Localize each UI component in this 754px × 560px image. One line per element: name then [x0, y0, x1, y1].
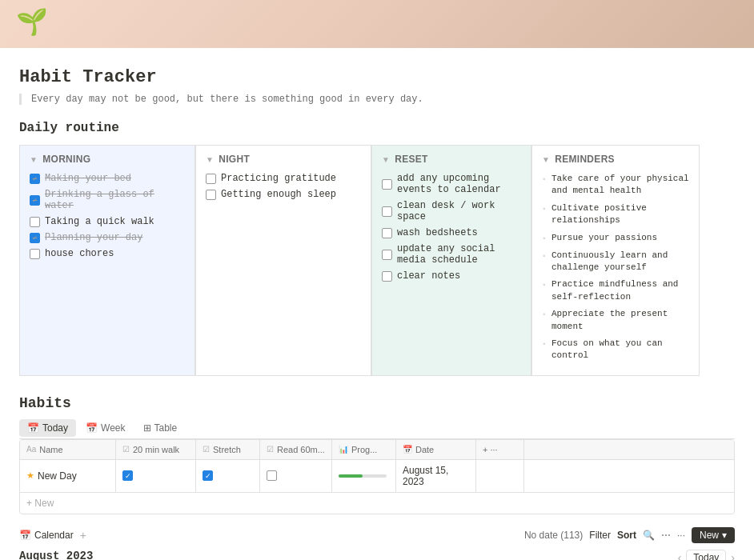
reset-arrow: ▼ [382, 155, 390, 164]
row-progress [332, 460, 396, 492]
star-icon: ★ [26, 470, 34, 481]
table-header: Aa Name ☑ 20 min walk ☑ Stretch ☑ Read 6… [20, 440, 734, 460]
reminder-2: ◦ Cultivate positive relationships [542, 202, 689, 227]
reminder-7: ◦ Focus on what you can control [542, 338, 689, 362]
month-nav: August 2023 ‹ Today › [19, 550, 735, 560]
reset-item-1[interactable]: add any upcoming events to calendar [382, 173, 521, 195]
morning-item-1[interactable]: ✓ Making your bed [30, 173, 185, 184]
row-date: August 15, 2023 [396, 460, 476, 492]
reminders-header: ▼ Reminders [542, 154, 689, 165]
daily-routine-title: Daily routine [19, 121, 735, 135]
reset-column: ▼ Reset add any upcoming events to calen… [371, 145, 531, 376]
reset-check-2[interactable] [382, 206, 392, 217]
morning-column: ▼ Morning ✓ Making your bed ✓ Drinking a… [19, 145, 195, 376]
morning-check-4[interactable]: ✓ [30, 233, 40, 243]
row-stretch[interactable]: ✓ [196, 460, 260, 492]
reminders-column: ▼ Reminders ◦ Take care of your physical… [531, 145, 700, 376]
page-title: Habit Tracker [19, 67, 735, 87]
reminder-3: ◦ Pursue your passions [542, 232, 689, 245]
reset-item-3[interactable]: wash bedsheets [382, 227, 521, 238]
calendar-controls: No date (113) Filter Sort 🔍 ⋯ ··· New ▾ [524, 527, 735, 543]
tab-table[interactable]: ⊞ Table [135, 419, 186, 437]
reminder-4: ◦ Continuously learn and challenge yours… [542, 250, 689, 274]
today-button[interactable]: Today [686, 550, 726, 560]
morning-item-5[interactable]: house chores [30, 248, 185, 259]
reset-item-5[interactable]: clear notes [382, 270, 521, 282]
reset-check-5[interactable] [382, 271, 392, 282]
night-item-1[interactable]: Practicing gratitude [206, 173, 361, 184]
night-column: ▼ Night Practicing gratitude Getting eno… [195, 145, 371, 376]
calendar-tab[interactable]: 📅 Calendar [19, 530, 74, 541]
calendar-header: 📅 Calendar + No date (113) Filter Sort 🔍… [19, 527, 735, 543]
plant-icon: 🌱 [16, 6, 48, 37]
reminders-arrow: ▼ [542, 155, 550, 164]
read-checkbox[interactable] [267, 470, 277, 481]
reset-header: ▼ Reset [382, 154, 521, 165]
table-row: ★ New Day ✓ ✓ August 15, 2023 [20, 460, 734, 493]
morning-check-1[interactable]: ✓ [30, 174, 40, 184]
row-extra [476, 460, 524, 492]
walk-checkbox[interactable]: ✓ [122, 470, 133, 481]
reminder-5: ◦ Practice mindfulness and self-reflecti… [542, 278, 689, 303]
calendar-tab-area: 📅 Calendar + [19, 529, 86, 542]
reset-check-3[interactable] [382, 228, 392, 238]
progress-fill [339, 474, 363, 478]
morning-item-2[interactable]: ✓ Drinking a glass of water [30, 189, 185, 211]
col-stretch: ☑ Stretch [196, 440, 260, 459]
reset-check-4[interactable] [382, 250, 392, 260]
sort-button[interactable]: Sort [617, 530, 636, 541]
reminder-6: ◦ Appreciate the present moment [542, 308, 689, 333]
morning-item-3[interactable]: Taking a quick walk [30, 216, 185, 227]
col-name: Aa Name [20, 440, 116, 459]
calendar-section: 📅 Calendar + No date (113) Filter Sort 🔍… [19, 527, 735, 560]
night-item-2[interactable]: Getting enough sleep [206, 189, 361, 200]
morning-check-5[interactable] [30, 249, 40, 259]
habits-section: Habits 📅 Today 📅 Week ⊞ Table Aa Name [19, 395, 735, 560]
col-add[interactable]: + ··· [476, 440, 524, 459]
morning-header: ▼ Morning [30, 154, 185, 165]
col-read: ☑ Read 60m... [260, 440, 332, 459]
col-date: 📅 Date [396, 440, 476, 459]
tab-today[interactable]: 📅 Today [19, 419, 76, 437]
month-title: August 2023 [19, 550, 93, 560]
morning-check-3[interactable] [30, 217, 40, 227]
night-arrow: ▼ [206, 155, 214, 164]
reset-check-1[interactable] [382, 179, 392, 190]
reminder-1: ◦ Take care of your physical and mental … [542, 173, 689, 198]
stretch-checkbox[interactable]: ✓ [203, 470, 213, 481]
reset-item-2[interactable]: clean desk / work space [382, 200, 521, 222]
reset-item-4[interactable]: update any social media schedule [382, 243, 521, 266]
prev-month-button[interactable]: ‹ [678, 551, 682, 560]
daily-routine-grid: ▼ Morning ✓ Making your bed ✓ Drinking a… [19, 145, 735, 376]
morning-check-2[interactable]: ✓ [30, 195, 40, 206]
habits-table: Aa Name ☑ 20 min walk ☑ Stretch ☑ Read 6… [19, 439, 735, 514]
row-name[interactable]: ★ New Day [20, 460, 116, 492]
filter-button[interactable]: Filter [589, 530, 611, 541]
next-month-button[interactable]: › [731, 551, 735, 560]
no-date-label: No date (113) [524, 530, 583, 541]
habits-view-tabs: 📅 Today 📅 Week ⊞ Table [19, 419, 735, 439]
col-walk: ☑ 20 min walk [116, 440, 196, 459]
add-new-button[interactable]: + New [20, 493, 734, 514]
tab-week[interactable]: 📅 Week [78, 419, 133, 437]
row-read[interactable] [260, 460, 332, 492]
night-header: ▼ Night [206, 154, 361, 165]
page-quote: Every day may not be good, but there is … [19, 94, 735, 105]
habits-title: Habits [19, 395, 735, 411]
morning-item-4[interactable]: ✓ Planning your day [30, 232, 185, 243]
night-check-1[interactable] [206, 174, 216, 184]
progress-bar [339, 474, 387, 478]
new-button[interactable]: New ▾ [692, 527, 735, 543]
header-banner: 🌱 [0, 0, 754, 48]
night-check-2[interactable] [206, 190, 216, 200]
col-progress: 📊 Prog... [332, 440, 396, 459]
morning-arrow: ▼ [30, 155, 38, 164]
row-walk[interactable]: ✓ [116, 460, 196, 492]
